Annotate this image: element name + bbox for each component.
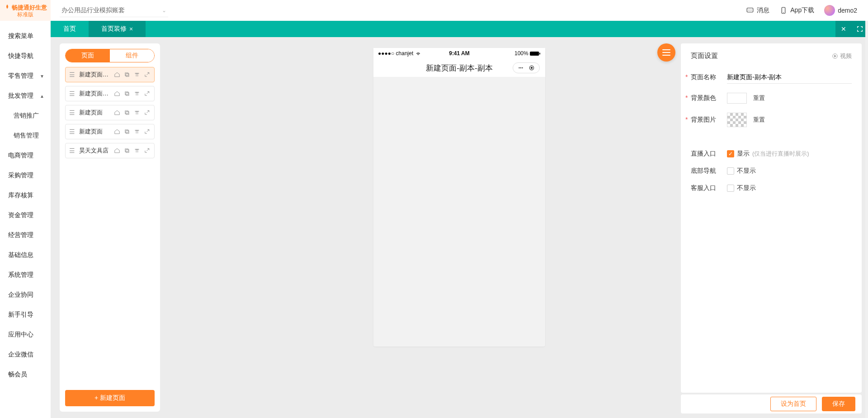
nav-search-menu[interactable]: 搜索菜单 bbox=[0, 26, 51, 46]
nav-onboarding[interactable]: 新手引导 bbox=[0, 305, 51, 325]
brand-logo[interactable]: 畅捷通好生意 标准版 bbox=[0, 0, 51, 21]
phone-time: 9:41 AM bbox=[373, 50, 545, 57]
work-area: 页面 组件 ☰ 新建页面-副本-... ☰ 新建页面-副本 bbox=[51, 37, 868, 418]
new-page-button[interactable]: + 新建页面 bbox=[65, 390, 155, 406]
drag-handle-icon[interactable]: ☰ bbox=[69, 90, 75, 97]
nav-retail[interactable]: 零售管理▼ bbox=[0, 66, 51, 86]
segment-pages[interactable]: 页面 bbox=[66, 49, 110, 62]
share-icon[interactable] bbox=[143, 90, 151, 97]
page-row[interactable]: ☰ 新建页面-副本 bbox=[65, 86, 155, 101]
page-row[interactable]: ☰ 昊天文具店 bbox=[65, 143, 155, 158]
action-bar: 设为首页 保存 bbox=[681, 394, 862, 413]
page-row[interactable]: ☰ 新建页面 bbox=[65, 124, 155, 139]
delete-icon[interactable] bbox=[133, 147, 141, 154]
share-icon[interactable] bbox=[143, 109, 151, 116]
bgcolor-swatch[interactable] bbox=[727, 93, 747, 104]
tab-home[interactable]: 首页 bbox=[51, 21, 89, 37]
nav-inventory[interactable]: 库存核算 bbox=[0, 185, 51, 205]
phone-icon bbox=[779, 6, 788, 14]
copy-icon[interactable] bbox=[123, 71, 131, 78]
svg-point-18 bbox=[531, 67, 533, 69]
home-icon[interactable] bbox=[113, 90, 121, 97]
nav-sales-mgmt[interactable]: 销售管理 bbox=[0, 126, 51, 146]
nav-wecom[interactable]: 企业微信 bbox=[0, 345, 51, 365]
copy-icon[interactable] bbox=[123, 128, 131, 135]
app-download-button[interactable]: App下载 bbox=[779, 6, 814, 14]
bottom-nav-text: 不显示 bbox=[737, 167, 756, 175]
copy-icon[interactable] bbox=[123, 147, 131, 154]
page-name-input[interactable] bbox=[727, 71, 852, 84]
nav-app-center[interactable]: 应用中心 bbox=[0, 325, 51, 345]
account-selector[interactable]: 办公用品行业模拟账套 ⌄ bbox=[60, 4, 168, 17]
copy-icon[interactable] bbox=[123, 90, 131, 97]
segment-components[interactable]: 组件 bbox=[110, 49, 154, 62]
messages-button[interactable]: 消息 bbox=[746, 6, 769, 14]
page-row[interactable]: ☰ 新建页面 bbox=[65, 105, 155, 120]
set-home-button[interactable]: 设为首页 bbox=[770, 397, 816, 411]
video-help-link[interactable]: 视频 bbox=[832, 52, 852, 60]
brand-edition: 标准版 bbox=[17, 12, 33, 17]
bottom-nav-checkbox[interactable] bbox=[727, 167, 734, 175]
nav-wholesale[interactable]: 批发管理▲ bbox=[0, 86, 51, 106]
copy-icon[interactable] bbox=[123, 109, 131, 116]
home-icon[interactable] bbox=[113, 147, 121, 154]
nav-marketing[interactable]: 营销推广 bbox=[0, 106, 51, 126]
messages-label: 消息 bbox=[757, 6, 769, 14]
save-button[interactable]: 保存 bbox=[822, 397, 855, 411]
delete-icon[interactable] bbox=[133, 90, 141, 97]
share-icon[interactable] bbox=[143, 71, 151, 78]
caret-down-icon: ▼ bbox=[40, 74, 44, 79]
brand-name: 畅捷通好生意 bbox=[12, 5, 47, 10]
panel-toggle-button[interactable] bbox=[657, 43, 675, 62]
segment-control: 页面 组件 bbox=[65, 49, 155, 62]
user-menu[interactable]: demo2 bbox=[824, 5, 857, 16]
tab-page-decoration[interactable]: 首页装修 × bbox=[89, 21, 146, 37]
miniapp-capsule[interactable] bbox=[513, 62, 540, 73]
svg-rect-11 bbox=[125, 149, 128, 152]
phone-preview: ●●●●○ chanjet 9:41 AM 100% 新建页面-副本-副本 bbox=[373, 48, 545, 347]
bgimg-picker[interactable] bbox=[727, 113, 747, 127]
bgimg-reset[interactable]: 重置 bbox=[753, 116, 765, 124]
service-entry-checkbox[interactable] bbox=[727, 185, 734, 192]
nav-operation[interactable]: 经营管理 bbox=[0, 225, 51, 245]
drag-handle-icon[interactable]: ☰ bbox=[69, 128, 75, 135]
nav-quick-nav[interactable]: 快捷导航 bbox=[0, 46, 51, 66]
page-row[interactable]: ☰ 新建页面-副本-... bbox=[65, 67, 155, 82]
close-icon[interactable]: × bbox=[129, 25, 133, 33]
share-icon[interactable] bbox=[143, 147, 151, 154]
tab-close-all[interactable]: ✕ bbox=[835, 21, 852, 37]
nav-ecommerce[interactable]: 电商管理 bbox=[0, 146, 51, 166]
svg-rect-2 bbox=[126, 74, 129, 76]
home-icon[interactable] bbox=[113, 128, 121, 135]
svg-rect-7 bbox=[125, 111, 128, 114]
scrollbar-track[interactable] bbox=[865, 21, 868, 418]
drag-handle-icon[interactable]: ☰ bbox=[69, 109, 75, 116]
drag-handle-icon[interactable]: ☰ bbox=[69, 71, 75, 78]
share-icon[interactable] bbox=[143, 128, 151, 135]
fullscreen-icon bbox=[856, 25, 863, 33]
home-icon[interactable] bbox=[113, 71, 121, 78]
delete-icon[interactable] bbox=[133, 128, 141, 135]
live-entry-text: 显示 bbox=[737, 150, 750, 158]
settings-title: 页面设置 bbox=[691, 52, 718, 60]
more-icon bbox=[518, 65, 524, 71]
delete-icon[interactable] bbox=[133, 109, 141, 116]
nav-member[interactable]: 畅会员 bbox=[0, 365, 51, 385]
phone-page-title: 新建页面-副本-副本 bbox=[426, 63, 492, 73]
nav-system[interactable]: 系统管理 bbox=[0, 265, 51, 285]
bgcolor-label: 背景颜色 bbox=[691, 94, 727, 102]
page-rows: ☰ 新建页面-副本-... ☰ 新建页面-副本 bbox=[65, 67, 155, 158]
nav-enterprise-coop[interactable]: 企业协同 bbox=[0, 285, 51, 305]
topbar: 畅捷通好生意 标准版 办公用品行业模拟账套 ⌄ 消息 App下载 demo2 bbox=[0, 0, 868, 21]
nav-purchase[interactable]: 采购管理 bbox=[0, 166, 51, 185]
chevron-down-icon: ⌄ bbox=[162, 7, 166, 14]
nav-basic-info[interactable]: 基础信息 bbox=[0, 245, 51, 265]
live-entry-label: 直播入口 bbox=[691, 150, 727, 158]
drag-handle-icon[interactable]: ☰ bbox=[69, 147, 75, 154]
home-icon[interactable] bbox=[113, 109, 121, 116]
nav-finance[interactable]: 资金管理 bbox=[0, 205, 51, 225]
settings-panel: 页面设置 视频 页面名称 背景颜色 重置 背景图片 重置 直播入口 ✓ 显示 (… bbox=[681, 43, 862, 393]
bgcolor-reset[interactable]: 重置 bbox=[753, 94, 765, 102]
delete-icon[interactable] bbox=[133, 71, 141, 78]
live-entry-checkbox[interactable]: ✓ bbox=[727, 150, 734, 157]
